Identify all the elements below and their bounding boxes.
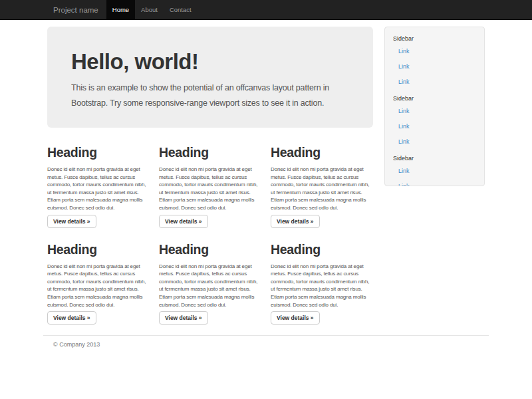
sidebar-link[interactable]: Link bbox=[398, 179, 476, 186]
jumbotron-text: This is an example to show the potential… bbox=[71, 80, 358, 111]
sidebar-link[interactable]: Link bbox=[398, 119, 476, 134]
sidebar-link[interactable]: Link bbox=[398, 74, 476, 90]
sidebar-link[interactable]: Link bbox=[398, 164, 476, 179]
sidebar-group-title: Sidebar bbox=[393, 154, 476, 164]
sidebar-group-title: Sidebar bbox=[393, 94, 476, 104]
card-body-text: Donec id elit non mi porta gravida at eg… bbox=[159, 263, 259, 309]
nav-item-contact[interactable]: Contact bbox=[164, 0, 198, 20]
navbar-brand[interactable]: Project name bbox=[43, 0, 106, 20]
card-body-text: Donec id elit non mi porta gravida at eg… bbox=[271, 166, 371, 212]
sidebar-link[interactable]: Link bbox=[398, 134, 476, 150]
view-details-button[interactable]: View details » bbox=[271, 311, 320, 325]
card-heading: Heading bbox=[47, 243, 148, 256]
footer-divider bbox=[43, 335, 489, 336]
card-body-text: Donec id elit non mi porta gravida at eg… bbox=[159, 166, 259, 212]
card-heading: Heading bbox=[159, 146, 259, 159]
view-details-button[interactable]: View details » bbox=[47, 311, 96, 325]
card-body-text: Donec id elit non mi porta gravida at eg… bbox=[271, 263, 371, 309]
page-container: Hello, world! This is an example to show… bbox=[43, 27, 489, 348]
nav-item-about[interactable]: About bbox=[135, 0, 164, 20]
view-details-button[interactable]: View details » bbox=[159, 311, 208, 325]
navbar-inner: Project name Home About Contact bbox=[43, 0, 489, 20]
view-details-button[interactable]: View details » bbox=[159, 215, 208, 228]
nav-item-home[interactable]: Home bbox=[106, 0, 135, 20]
card: Heading Donec id elit non mi porta gravi… bbox=[47, 128, 148, 228]
card-body-text: Donec id elit non mi porta gravida at eg… bbox=[47, 263, 148, 309]
main-column: Hello, world! This is an example to show… bbox=[47, 27, 373, 325]
cards-row-2: Heading Donec id elit non mi porta gravi… bbox=[47, 228, 373, 325]
sidebar-group: Sidebar Link Link Link bbox=[393, 94, 476, 150]
card-heading: Heading bbox=[159, 243, 259, 256]
navbar-nav: Home About Contact bbox=[106, 0, 198, 20]
sidebar-group: Sidebar Link Link Link bbox=[393, 34, 476, 90]
card: Heading Donec id elit non mi porta gravi… bbox=[159, 228, 259, 325]
sidebar: Sidebar Link Link Link Sidebar Link Link… bbox=[384, 27, 485, 186]
sidebar-link[interactable]: Link bbox=[398, 44, 476, 59]
card: Heading Donec id elit non mi porta gravi… bbox=[159, 128, 259, 228]
sidebar-group-title: Sidebar bbox=[393, 34, 476, 44]
sidebar-group: Sidebar Link Link bbox=[393, 154, 476, 186]
card: Heading Donec id elit non mi porta gravi… bbox=[47, 228, 148, 325]
navbar: Project name Home About Contact bbox=[0, 0, 532, 20]
card: Heading Donec id elit non mi porta gravi… bbox=[271, 128, 371, 228]
jumbotron-title: Hello, world! bbox=[71, 51, 349, 74]
view-details-button[interactable]: View details » bbox=[47, 215, 96, 228]
main-row: Hello, world! This is an example to show… bbox=[43, 27, 489, 325]
jumbotron: Hello, world! This is an example to show… bbox=[47, 27, 373, 128]
view-details-button[interactable]: View details » bbox=[271, 215, 320, 228]
card-body-text: Donec id elit non mi porta gravida at eg… bbox=[47, 166, 148, 212]
card-heading: Heading bbox=[271, 243, 371, 256]
sidebar-link[interactable]: Link bbox=[398, 59, 476, 74]
card: Heading Donec id elit non mi porta gravi… bbox=[271, 228, 371, 325]
copyright-text: © Company 2013 bbox=[53, 341, 489, 348]
cards-row-1: Heading Donec id elit non mi porta gravi… bbox=[47, 128, 373, 228]
card-heading: Heading bbox=[271, 146, 371, 159]
card-heading: Heading bbox=[47, 146, 148, 159]
sidebar-link[interactable]: Link bbox=[398, 104, 476, 119]
